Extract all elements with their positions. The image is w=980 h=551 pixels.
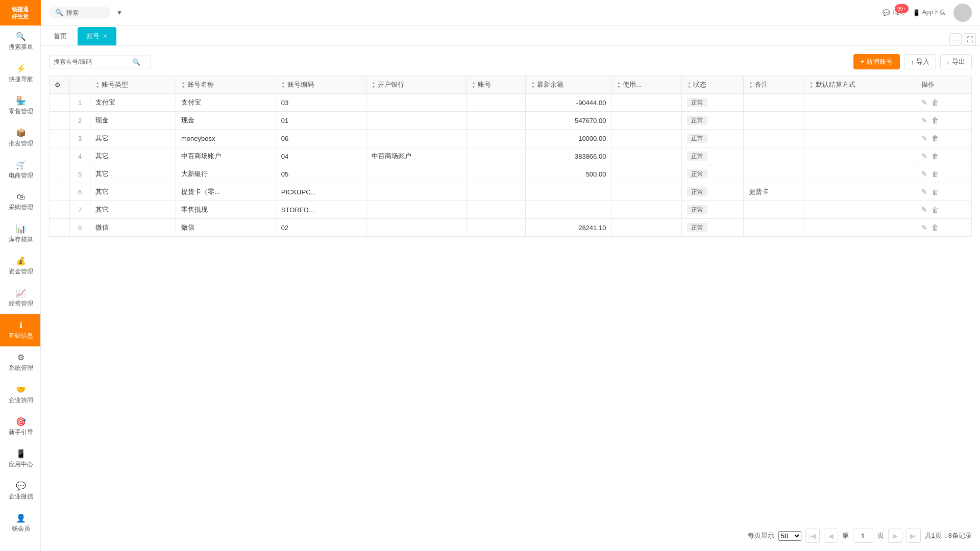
col-gear[interactable]: ⚙	[50, 76, 70, 94]
col-status[interactable]: ▲▼状态	[682, 76, 744, 94]
message-badge: 99+	[895, 4, 909, 13]
row-balance: 547670.00	[526, 112, 611, 130]
page-input[interactable]	[853, 529, 873, 543]
wechat-icon: 💬	[16, 481, 26, 491]
row-account	[466, 112, 526, 130]
sidebar-item-enterprise[interactable]: 🤝 企业协同	[0, 379, 40, 411]
import-label: 导入	[916, 57, 929, 66]
col-default-settlement[interactable]: ▲▼默认结算方式	[804, 76, 916, 94]
row-remark	[744, 201, 804, 219]
page-last-button[interactable]: ▶|	[906, 529, 921, 543]
row-code: 05	[276, 165, 366, 183]
edit-icon[interactable]: ✎	[921, 116, 927, 124]
delete-icon[interactable]: 🗑	[932, 170, 939, 178]
import-icon: ↑	[911, 58, 914, 66]
row-usage	[611, 219, 682, 237]
row-account	[466, 130, 526, 147]
message-button[interactable]: 💬 消息 99+	[883, 8, 904, 17]
header-dropdown[interactable]: ▼	[116, 9, 122, 16]
edit-icon[interactable]: ✎	[921, 170, 927, 178]
col-account[interactable]: ▲▼账号	[466, 76, 526, 94]
row-code: 06	[276, 130, 366, 147]
delete-icon[interactable]: 🗑	[932, 98, 939, 107]
edit-icon[interactable]: ✎	[921, 206, 927, 214]
header-search-box[interactable]: 🔍	[49, 7, 110, 18]
sidebar-item-search[interactable]: 🔍 搜索菜单	[0, 26, 40, 58]
edit-icon[interactable]: ✎	[921, 223, 927, 232]
tab-account[interactable]: 账号 ✕	[78, 27, 116, 45]
sidebar-item-wholesale[interactable]: 📦 批发管理	[0, 122, 40, 154]
delete-icon[interactable]: 🗑	[932, 223, 939, 232]
sidebar-item-member[interactable]: 👤 畅会员	[0, 507, 40, 539]
edit-icon[interactable]: ✎	[921, 152, 927, 160]
sidebar-item-basic[interactable]: ℹ 基础信息	[0, 314, 40, 346]
row-num: 4	[70, 147, 90, 165]
sidebar-item-purchase[interactable]: 🛍 采购管理	[0, 186, 40, 218]
header-search-input[interactable]	[66, 9, 107, 16]
sidebar-item-shortcut[interactable]: ⚡ 快捷导航	[0, 58, 40, 90]
col-remark[interactable]: ▲▼备注	[744, 76, 804, 94]
table-row: 1 支付宝 支付宝 03 -90444.00 正常 ✎ 🗑	[50, 94, 972, 112]
account-search-box[interactable]: 🔍	[49, 56, 151, 68]
row-actions: ✎ 🗑	[916, 147, 972, 165]
per-page-select[interactable]: 50 20 100	[778, 531, 801, 541]
accounts-table: ⚙ ▲▼账号类型 ▲▼账号名称 ▲▼账号编码 ▲▼开户银行 ▲▼账号 ▲▼最新余…	[49, 76, 972, 237]
sidebar-item-label: 电商管理	[9, 171, 33, 180]
pagination-bar: 每页显示 50 20 100 |◀ ◀ 第 页 ▶ ▶| 共1页，8条记录	[49, 522, 972, 543]
tab-minimize-button[interactable]: —	[949, 33, 962, 45]
sidebar-item-label: 经营管理	[9, 299, 33, 308]
delete-icon[interactable]: 🗑	[932, 152, 939, 160]
user-avatar[interactable]	[953, 4, 972, 22]
retail-icon: 🏪	[16, 96, 26, 106]
tab-home[interactable]: 首页	[45, 27, 76, 45]
delete-icon[interactable]: 🗑	[932, 188, 939, 196]
edit-icon[interactable]: ✎	[921, 134, 927, 142]
edit-icon[interactable]: ✎	[921, 98, 927, 107]
app-download-button[interactable]: 📱 App下载	[913, 8, 945, 17]
row-name: 支付宝	[176, 94, 276, 112]
col-balance[interactable]: ▲▼最新余额	[526, 76, 611, 94]
row-status: 正常	[682, 130, 744, 147]
sidebar-item-wechat[interactable]: 💬 企业微信	[0, 475, 40, 507]
row-name: 大新银行	[176, 165, 276, 183]
account-search-input[interactable]	[54, 58, 130, 65]
header-right: 💬 消息 99+ 📱 App下载	[883, 4, 972, 22]
sidebar-item-label: 快捷导航	[9, 75, 33, 84]
edit-icon[interactable]: ✎	[921, 188, 927, 196]
import-button[interactable]: ↑ 导入	[904, 54, 936, 69]
sidebar-item-inventory[interactable]: 📊 库存核算	[0, 218, 40, 250]
sidebar-item-label: 畅会员	[12, 524, 30, 533]
col-type[interactable]: ▲▼账号类型	[90, 76, 176, 94]
sidebar-item-ecommerce[interactable]: 🛒 电商管理	[0, 154, 40, 186]
delete-icon[interactable]: 🗑	[932, 206, 939, 214]
row-account	[466, 94, 526, 112]
page-next-button[interactable]: ▶	[888, 529, 902, 543]
top-header: 🔍 ▼ 💬 消息 99+ 📱 App下载	[41, 0, 980, 26]
tab-maximize-button[interactable]: ⛶	[964, 33, 976, 45]
row-name: 微信	[176, 219, 276, 237]
col-name[interactable]: ▲▼账号名称	[176, 76, 276, 94]
delete-icon[interactable]: 🗑	[932, 116, 939, 124]
sidebar-item-operation[interactable]: 📈 经营管理	[0, 282, 40, 314]
row-gear	[50, 147, 70, 165]
sidebar-item-system[interactable]: ⚙ 系统管理	[0, 346, 40, 379]
sidebar-item-app-center[interactable]: 📱 应用中心	[0, 443, 40, 475]
row-gear	[50, 183, 70, 201]
col-bank[interactable]: ▲▼开户银行	[366, 76, 467, 94]
sidebar-item-finance[interactable]: 💰 资金管理	[0, 250, 40, 282]
sidebar-item-guide[interactable]: 🎯 新手引导	[0, 411, 40, 443]
purchase-icon: 🛍	[17, 192, 25, 202]
tab-close-icon[interactable]: ✕	[103, 33, 108, 39]
col-code[interactable]: ▲▼账号编码	[276, 76, 366, 94]
add-account-button[interactable]: + 新增账号	[853, 54, 900, 69]
delete-icon[interactable]: 🗑	[932, 134, 939, 142]
sidebar-item-retail[interactable]: 🏪 零售管理	[0, 90, 40, 122]
row-actions: ✎ 🗑	[916, 201, 972, 219]
page-prev-button[interactable]: ◀	[824, 529, 838, 543]
row-bank	[366, 183, 467, 201]
page-first-button[interactable]: |◀	[805, 529, 820, 543]
row-bank	[366, 201, 467, 219]
row-balance	[526, 183, 611, 201]
export-button[interactable]: ↓ 导出	[940, 54, 972, 69]
col-usage[interactable]: ▲▼使用...	[611, 76, 682, 94]
